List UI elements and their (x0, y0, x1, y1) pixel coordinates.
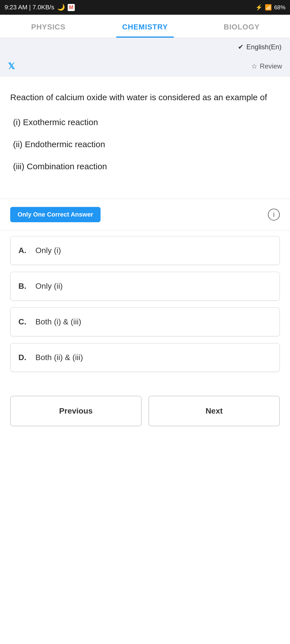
question-option-1: (i) Exothermic reaction (10, 115, 280, 129)
options-section: A. Only (i) B. Only (ii) C. Both (i) & (… (0, 230, 290, 384)
review-label: Review (260, 62, 282, 70)
language-label: English(En) (246, 43, 282, 51)
moon-icon: 🌙 (57, 4, 65, 11)
tab-chemistry[interactable]: CHEMISTRY (97, 15, 193, 38)
choice-c[interactable]: C. Both (i) & (iii) (10, 307, 280, 336)
tab-navigation: PHYSICS CHEMISTRY BIOLOGY (0, 15, 290, 38)
action-bar: 𝕏 ☆ Review (0, 56, 290, 76)
tab-biology[interactable]: BIOLOGY (193, 15, 290, 38)
info-icon[interactable]: i (268, 209, 280, 221)
twitter-icon[interactable]: 𝕏 (8, 61, 15, 71)
status-left: 9:23 AM | 7.0KB/s 🌙 M (5, 4, 75, 11)
status-bar: 9:23 AM | 7.0KB/s 🌙 M ⚡ 📶 68% (0, 0, 290, 15)
choice-b[interactable]: B. Only (ii) (10, 272, 280, 301)
tab-physics[interactable]: PHYSICS (0, 15, 97, 38)
choice-b-letter: B. (18, 282, 29, 291)
next-button[interactable]: Next (148, 396, 280, 426)
choice-d[interactable]: D. Both (ii) & (iii) (10, 343, 280, 372)
time-display: 9:23 AM | 7.0KB/s (5, 4, 54, 11)
choice-d-letter: D. (18, 353, 29, 362)
answer-type-section: Only One Correct Answer i (0, 199, 290, 230)
question-text: Reaction of calcium oxide with water is … (10, 91, 280, 104)
bluetooth-icon: ⚡ (255, 4, 263, 11)
choice-a-letter: A. (18, 246, 29, 255)
question-option-3: (iii) Combination reaction (10, 160, 280, 173)
signal-icon: 📶 (265, 4, 272, 11)
answer-type-badge[interactable]: Only One Correct Answer (10, 207, 101, 222)
nav-buttons: Previous Next (0, 384, 290, 443)
choice-a[interactable]: A. Only (i) (10, 236, 280, 265)
question-content: Reaction of calcium oxide with water is … (0, 76, 290, 190)
status-right: ⚡ 📶 68% (255, 4, 285, 11)
star-icon: ☆ (251, 62, 257, 70)
question-option-2: (ii) Endothermic reaction (10, 138, 280, 151)
chevron-down-icon: ✔ (238, 43, 244, 51)
review-button[interactable]: ☆ Review (251, 62, 282, 70)
battery-display: 68% (274, 4, 285, 11)
choice-d-text: Both (ii) & (iii) (35, 353, 83, 362)
choice-a-text: Only (i) (35, 246, 61, 255)
language-selector[interactable]: ✔ English(En) (238, 43, 282, 51)
choice-b-text: Only (ii) (35, 282, 63, 291)
gmail-icon: M (68, 4, 75, 11)
choice-c-text: Both (i) & (iii) (35, 317, 81, 326)
language-bar: ✔ English(En) (0, 38, 290, 56)
choice-c-letter: C. (18, 317, 29, 326)
previous-button[interactable]: Previous (10, 396, 142, 426)
